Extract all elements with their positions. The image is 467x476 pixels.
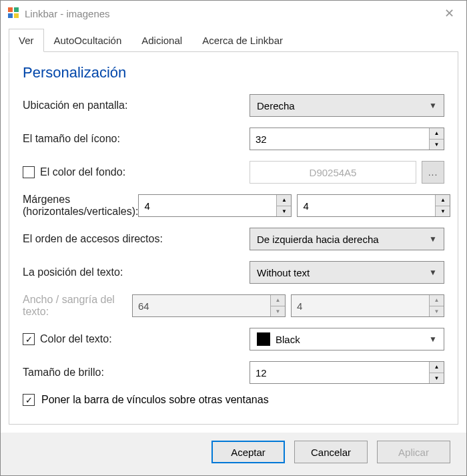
tab-acerca[interactable]: Acerca de Linkbar (192, 29, 293, 52)
label-bg-color: El color del fondo: (23, 166, 250, 178)
tab-autoocultacion[interactable]: AutoOcultación (44, 29, 132, 52)
spin-up-icon[interactable]: ▲ (436, 195, 450, 206)
input-icon-size[interactable] (250, 128, 429, 150)
svg-rect-3 (14, 13, 19, 18)
svg-rect-2 (8, 13, 13, 18)
app-icon (7, 7, 19, 21)
chevron-down-icon: ▼ (429, 101, 437, 110)
svg-rect-0 (8, 7, 13, 12)
chevron-down-icon: ▼ (429, 234, 437, 244)
input-text-indent (292, 295, 429, 316)
combo-screen-position[interactable]: Derecha ▼ (250, 94, 444, 117)
spin-down-icon: ▼ (271, 306, 285, 317)
spin-down-icon[interactable]: ▼ (430, 373, 444, 384)
cancel-button[interactable]: Cancelar (294, 441, 368, 463)
combo-textpos-value: Without text (257, 267, 310, 278)
spin-down-icon[interactable]: ▼ (277, 206, 291, 217)
spinner-margin-h[interactable]: ▲▼ (138, 194, 292, 217)
input-margin-v[interactable] (298, 195, 435, 216)
spinner-text-indent: ▲▼ (291, 294, 444, 317)
label-margins: Márgenes (horizontales/verticales): (23, 194, 138, 218)
spinner-icon-size[interactable]: ▲▼ (250, 128, 444, 150)
combo-text-color-value: Black (276, 334, 300, 345)
chevron-down-icon: ▼ (429, 334, 437, 344)
spin-up-icon: ▲ (430, 295, 444, 306)
label-text-width: Ancho / sangría del texto: (23, 294, 132, 318)
svg-rect-1 (14, 7, 19, 12)
input-glow-size[interactable] (250, 362, 429, 383)
input-text-width (133, 295, 270, 316)
tab-ver[interactable]: Ver (9, 29, 44, 52)
spin-down-icon[interactable]: ▼ (430, 140, 444, 150)
spinner-text-width: ▲▼ (132, 294, 286, 317)
combo-shortcut-order[interactable]: De izquierda hacia derecha ▼ (250, 228, 444, 250)
checkbox-topmost[interactable]: ✓ (23, 394, 35, 406)
tab-adicional[interactable]: Adicional (131, 29, 192, 52)
tab-panel: Personalización Ubicación en pantalla: D… (9, 51, 458, 425)
label-icon-size: El tamaño del ícono: (23, 133, 250, 145)
combo-text-color[interactable]: Black ▼ (250, 328, 444, 350)
label-text-color: ✓ Color del texto: (23, 333, 250, 345)
titlebar: Linkbar - imagenes ✕ (1, 1, 466, 26)
spinner-margin-v[interactable]: ▲▼ (297, 194, 450, 217)
section-title: Personalización (23, 64, 444, 81)
input-margin-h[interactable] (139, 195, 276, 216)
color-swatch-icon (257, 332, 270, 346)
ok-button[interactable]: Aceptar (211, 441, 285, 463)
spin-up-icon[interactable]: ▲ (277, 195, 291, 206)
label-text-position: La posición del texto: (23, 266, 250, 278)
spin-down-icon[interactable]: ▼ (436, 206, 450, 217)
checkbox-text-color[interactable]: ✓ (23, 333, 35, 345)
settings-window: Linkbar - imagenes ✕ Ver AutoOcultación … (0, 0, 467, 476)
spinner-glow-size[interactable]: ▲▼ (250, 361, 444, 384)
spin-down-icon: ▼ (430, 306, 444, 317)
row-topmost: ✓ Poner la barra de vínculos sobre otras… (23, 394, 444, 406)
label-glow-size: Tamaño de brillo: (23, 367, 250, 379)
label-topmost: Poner la barra de vínculos sobre otras v… (41, 394, 269, 406)
combo-text-position[interactable]: Without text ▼ (250, 261, 444, 284)
spin-up-icon[interactable]: ▲ (430, 362, 444, 373)
chevron-down-icon: ▼ (429, 268, 437, 277)
apply-button[interactable]: Aplicar (377, 441, 450, 463)
spin-up-icon[interactable]: ▲ (430, 128, 444, 140)
input-bg-color[interactable] (250, 161, 416, 184)
browse-color-button[interactable]: ... (422, 161, 444, 184)
window-title: Linkbar - imagenes (25, 8, 110, 19)
tab-strip: Ver AutoOcultación Adicional Acerca de L… (1, 29, 466, 52)
dialog-footer: Aceptar Cancelar Aplicar (1, 433, 466, 475)
spin-up-icon: ▲ (271, 295, 285, 306)
label-screen-position: Ubicación en pantalla: (23, 99, 250, 111)
combo-order-value: De izquierda hacia derecha (257, 234, 379, 245)
combo-screen-position-value: Derecha (257, 100, 295, 111)
checkbox-bg-color[interactable] (23, 166, 35, 178)
label-shortcut-order: El orden de accesos directos: (23, 233, 250, 245)
close-icon[interactable]: ✕ (439, 6, 460, 21)
